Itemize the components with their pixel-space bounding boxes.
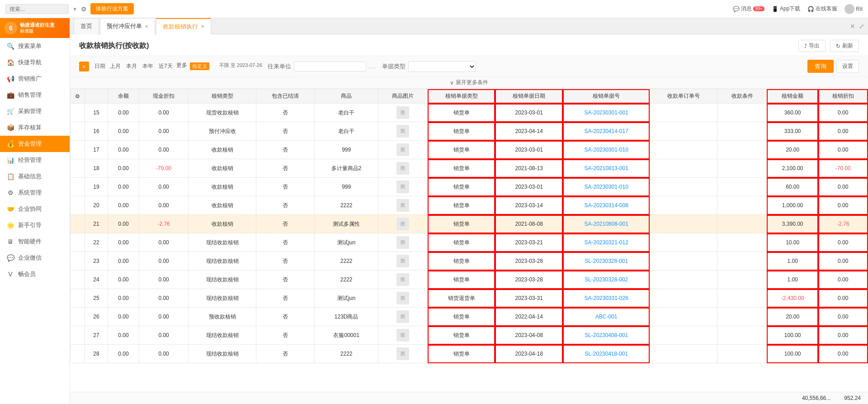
query-button[interactable]: 查询 bbox=[807, 60, 834, 73]
cell-gear[interactable] bbox=[71, 141, 85, 159]
cell-verify-doc-no[interactable]: SL-20230328-001 bbox=[563, 252, 650, 271]
col-header-gear[interactable]: ⚙ bbox=[71, 89, 85, 104]
sidebar-item-quick-nav[interactable]: 🏠快捷导航 bbox=[0, 54, 70, 71]
search-input[interactable] bbox=[5, 4, 69, 14]
cell-verify-doc-no[interactable]: SA-20210813-001 bbox=[563, 159, 650, 178]
sidebar-item-sales-mgmt[interactable]: 💼销售管理 bbox=[0, 87, 70, 103]
cell-verify-doc-no[interactable]: SL-20230328-002 bbox=[563, 271, 650, 289]
tab-close-icon[interactable]: ✕ bbox=[145, 24, 148, 29]
user-area[interactable]: Rit bbox=[844, 4, 863, 14]
sidebar-item-smart-hw[interactable]: 🖥智能硬件 bbox=[0, 233, 70, 250]
window-close-icon[interactable]: ✕ bbox=[850, 23, 855, 30]
partner-dots[interactable]: ... bbox=[369, 63, 377, 70]
cell-verify-doc-no[interactable]: SA-20230331-026 bbox=[563, 289, 650, 308]
filter-more[interactable]: 更多 bbox=[176, 62, 187, 71]
cell-gear[interactable] bbox=[71, 159, 85, 178]
cell-verify-doc-no[interactable]: SA-20230321-012 bbox=[563, 233, 650, 252]
tab-home[interactable]: 首页 bbox=[74, 18, 99, 34]
chevron-down-icon[interactable]: ▼ bbox=[72, 6, 77, 12]
doc-no-link[interactable]: SA-20230301-010 bbox=[584, 147, 628, 153]
sidebar-item-fund-mgmt[interactable]: 💰资金管理 bbox=[0, 136, 70, 152]
sidebar-item-ops-mgmt[interactable]: 📊经营管理 bbox=[0, 152, 70, 168]
cell-gear[interactable] bbox=[71, 104, 85, 122]
sidebar-item-vip-member[interactable]: V畅会员 bbox=[0, 266, 70, 282]
cell-gear[interactable] bbox=[71, 215, 85, 233]
solution-button[interactable]: 体验行业方案 bbox=[90, 3, 134, 14]
filter-custom-badge[interactable]: 自定义 bbox=[190, 62, 209, 70]
sidebar-item-base-info[interactable]: 📋基础信息 bbox=[0, 168, 70, 185]
filter-toggle-button[interactable]: » bbox=[79, 62, 89, 71]
cell-verify-type: 现结收款核销 bbox=[189, 289, 256, 308]
cell-gear[interactable] bbox=[71, 271, 85, 289]
cell-receipt-cond bbox=[717, 252, 767, 271]
export-button[interactable]: ⤴ 导出 bbox=[798, 40, 826, 52]
cell-verify-doc-date: 2022-04-14 bbox=[495, 308, 563, 326]
cell-verify-doc-no[interactable]: ABC-001 bbox=[563, 308, 650, 326]
online-service-link[interactable]: 🎧 在线客服 bbox=[807, 5, 837, 13]
cell-verify-doc-no[interactable]: SL-20230408-001 bbox=[563, 326, 650, 345]
cell-gear[interactable] bbox=[71, 178, 85, 196]
gear-icon[interactable]: ⚙ bbox=[81, 5, 87, 13]
fund-mgmt-icon: 💰 bbox=[6, 140, 14, 147]
refresh-button[interactable]: ↻ 刷新 bbox=[830, 40, 859, 52]
sidebar-item-marketing[interactable]: 📢营销推广 bbox=[0, 71, 70, 87]
cell-gear[interactable] bbox=[71, 122, 85, 141]
filter-voucher-group: 单据类型 bbox=[382, 61, 476, 72]
sidebar-item-corp-wechat[interactable]: 💬企业微信 bbox=[0, 250, 70, 266]
doc-no-link[interactable]: SA-20230301-010 bbox=[584, 184, 628, 190]
settings-button[interactable]: 设置 bbox=[836, 60, 859, 73]
expand-more-bar: ∨ 展开更多条件 bbox=[70, 77, 868, 89]
doc-no-link[interactable]: SA-20230301-001 bbox=[584, 109, 628, 116]
doc-no-link[interactable]: SA-20210813-001 bbox=[584, 165, 628, 171]
cell-gear[interactable] bbox=[71, 289, 85, 308]
filter-last-month[interactable]: 上月 bbox=[108, 62, 123, 71]
doc-no-link[interactable]: SA-20230331-026 bbox=[584, 295, 628, 301]
partner-input[interactable] bbox=[294, 62, 366, 71]
doc-no-link[interactable]: SL-20230408-001 bbox=[585, 332, 628, 338]
window-expand-icon[interactable]: ⤢ bbox=[859, 23, 864, 30]
cell-gear[interactable] bbox=[71, 308, 85, 326]
top-bar-left: ▼ ⚙ 体验行业方案 bbox=[5, 3, 728, 14]
message-link[interactable]: 💬 消息 99+ bbox=[733, 5, 764, 13]
cell-verify-doc-no[interactable]: SA-20230414-017 bbox=[563, 122, 650, 141]
doc-no-link[interactable]: SL-20230328-002 bbox=[585, 276, 628, 283]
filter-7days[interactable]: 近7天 bbox=[157, 62, 175, 71]
filter-this-month[interactable]: 本月 bbox=[124, 62, 139, 71]
sidebar-item-sys-mgmt[interactable]: ⚙系统管理 bbox=[0, 185, 70, 201]
cell-gear[interactable] bbox=[71, 233, 85, 252]
cell-verify-doc-no[interactable]: SA-20230301-010 bbox=[563, 141, 650, 159]
filter-this-year[interactable]: 本年 bbox=[141, 62, 155, 71]
sidebar-item-new-guide[interactable]: 🌟新手引导 bbox=[0, 217, 70, 233]
tab-close-icon[interactable]: ✕ bbox=[201, 24, 204, 29]
app-download-link[interactable]: 📱 App下载 bbox=[772, 5, 800, 13]
cell-verify-doc-no[interactable]: SA-20230301-001 bbox=[563, 104, 650, 122]
cell-verify-doc-no[interactable]: SL-20230418-001 bbox=[563, 345, 650, 363]
doc-no-link[interactable]: SA-20230314-008 bbox=[584, 202, 628, 209]
cell-verify-doc-date: 2023-03-28 bbox=[495, 252, 563, 271]
sidebar-item-inventory[interactable]: 📦库存核算 bbox=[0, 119, 70, 136]
cell-gear[interactable] bbox=[71, 196, 85, 215]
expand-more-button[interactable]: ∨ 展开更多条件 bbox=[450, 79, 488, 86]
voucher-type-select[interactable] bbox=[408, 61, 476, 72]
doc-no-link[interactable]: SA-20230414-017 bbox=[584, 128, 628, 134]
cell-gear[interactable] bbox=[71, 326, 85, 345]
cell-goods-img: 图 bbox=[378, 159, 427, 178]
sidebar-item-search-menu[interactable]: 🔍搜索菜单 bbox=[0, 38, 70, 54]
cell-seq: 15 bbox=[85, 104, 108, 122]
doc-no-link[interactable]: SA-20230321-012 bbox=[584, 239, 628, 246]
doc-no-link[interactable]: SA-20210808-001 bbox=[584, 221, 628, 227]
doc-no-link[interactable]: ABC-001 bbox=[595, 314, 618, 320]
cell-gear[interactable] bbox=[71, 252, 85, 271]
cell-verify-doc-no[interactable]: SA-20230301-010 bbox=[563, 178, 650, 196]
sidebar-item-corp-collab[interactable]: 🤝企业协同 bbox=[0, 201, 70, 217]
cell-gear[interactable] bbox=[71, 345, 85, 363]
ops-mgmt-icon: 📊 bbox=[6, 157, 14, 164]
tab-receipt-verify[interactable]: 收款核销执行✕ bbox=[156, 18, 211, 34]
cell-verify-doc-no[interactable]: SA-20210808-001 bbox=[563, 215, 650, 233]
tab-prepay[interactable]: 预付冲应付单✕ bbox=[100, 18, 155, 34]
sidebar-item-purchase-mgmt[interactable]: 🛒采购管理 bbox=[0, 103, 70, 119]
doc-no-link[interactable]: SL-20230328-001 bbox=[585, 258, 628, 264]
cell-verify-doc-no[interactable]: SA-20230314-008 bbox=[563, 196, 650, 215]
cell-seq: 22 bbox=[85, 233, 108, 252]
doc-no-link[interactable]: SL-20230418-001 bbox=[585, 351, 628, 357]
